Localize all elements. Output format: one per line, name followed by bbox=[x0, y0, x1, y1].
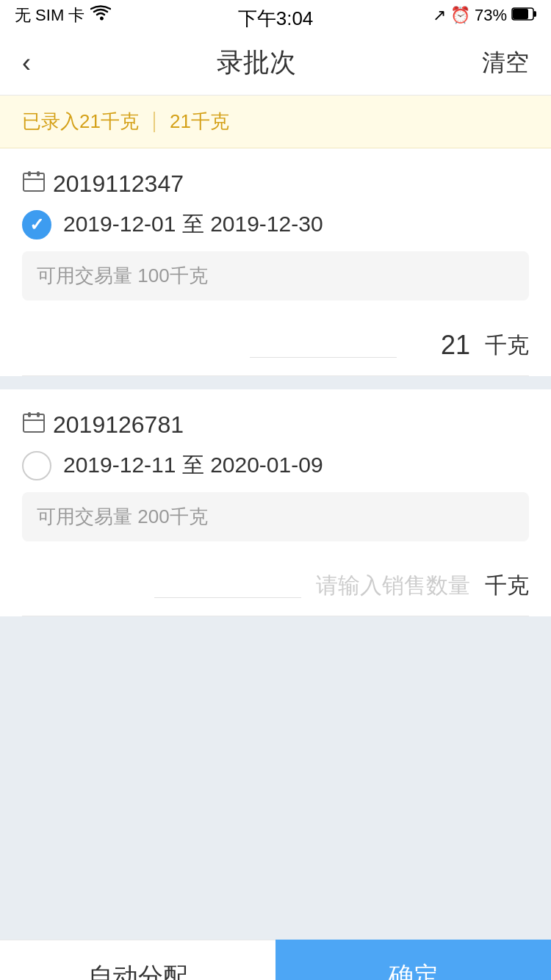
batch-2-unit: 千克 bbox=[485, 571, 529, 601]
auto-distribute-button[interactable]: 自动分配 bbox=[0, 940, 276, 980]
svg-rect-8 bbox=[28, 412, 31, 417]
nav-bar: ‹ 录批次 清空 bbox=[0, 31, 551, 96]
alarm-icon: ⏰ bbox=[450, 6, 470, 25]
batch-2-id: 2019126781 bbox=[53, 411, 184, 439]
location-icon: ↗ bbox=[433, 6, 446, 25]
batch-1-quantity[interactable]: 21 bbox=[411, 330, 470, 361]
svg-rect-2 bbox=[513, 9, 528, 19]
batch-2-available: 可用交易量 200千克 bbox=[22, 492, 529, 541]
batch-card-2: 2019126781 2019-12-11 至 2020-01-09 可用交易量… bbox=[0, 389, 551, 616]
batch-1-icon bbox=[22, 170, 46, 198]
batch-2-icon bbox=[22, 411, 46, 439]
confirm-button[interactable]: 确定 bbox=[276, 940, 551, 980]
batch-1-header: 2019112347 bbox=[22, 170, 529, 198]
recorded-amount-value: 21千克 bbox=[170, 109, 229, 134]
svg-rect-9 bbox=[37, 412, 40, 417]
batch-1-id: 2019112347 bbox=[53, 170, 184, 198]
battery-label: 73% bbox=[475, 6, 507, 25]
info-banner: 已录入21千克 21千克 bbox=[0, 96, 551, 148]
batch-2-header: 2019126781 bbox=[22, 411, 529, 439]
batch-2-date-row: 2019-12-11 至 2020-01-09 bbox=[22, 450, 529, 480]
page-title: 录批次 bbox=[217, 45, 296, 81]
batch-2-input-line bbox=[154, 597, 301, 598]
batch-2-date: 2019-12-11 至 2020-01-09 bbox=[63, 450, 323, 480]
batch-card-1: 2019112347 2019-12-01 至 2019-12-30 可用交易量… bbox=[0, 148, 551, 376]
svg-rect-5 bbox=[37, 171, 40, 176]
bottom-bar: 自动分配 确定 bbox=[0, 940, 551, 980]
batch-1-checkbox[interactable] bbox=[22, 210, 51, 239]
batch-1-date: 2019-12-01 至 2019-12-30 bbox=[63, 209, 323, 239]
batch-1-quantity-row: 21 千克 bbox=[22, 315, 529, 376]
batch-1-available: 可用交易量 100千克 bbox=[22, 251, 529, 300]
svg-rect-3 bbox=[24, 173, 44, 191]
batch-1-input-line bbox=[250, 357, 397, 358]
battery-icon bbox=[511, 6, 536, 25]
status-right: ↗ ⏰ 73% bbox=[433, 6, 536, 25]
svg-rect-1 bbox=[533, 11, 536, 17]
back-button[interactable]: ‹ bbox=[22, 48, 31, 79]
status-bar: 无 SIM 卡 下午3:04 ↗ ⏰ 73% bbox=[0, 0, 551, 31]
main-content: 2019112347 2019-12-01 至 2019-12-30 可用交易量… bbox=[0, 148, 551, 980]
batch-1-date-row: 2019-12-01 至 2019-12-30 bbox=[22, 209, 529, 239]
card-separator-1 bbox=[0, 376, 551, 389]
status-time: 下午3:04 bbox=[238, 6, 314, 32]
status-left: 无 SIM 卡 bbox=[15, 4, 111, 26]
wifi-icon bbox=[90, 5, 111, 26]
clear-button[interactable]: 清空 bbox=[482, 47, 529, 79]
recorded-amount-label: 已录入21千克 bbox=[22, 109, 139, 134]
batch-2-quantity-placeholder: 请输入销售数量 bbox=[316, 571, 470, 601]
sim-label: 无 SIM 卡 bbox=[15, 4, 84, 26]
batch-1-unit: 千克 bbox=[485, 331, 529, 361]
svg-rect-4 bbox=[28, 171, 31, 176]
batch-2-quantity-row: 请输入销售数量 千克 bbox=[22, 556, 529, 616]
batch-2-checkbox[interactable] bbox=[22, 451, 51, 480]
svg-rect-7 bbox=[24, 414, 44, 432]
empty-area bbox=[0, 616, 551, 940]
banner-divider bbox=[154, 112, 155, 132]
